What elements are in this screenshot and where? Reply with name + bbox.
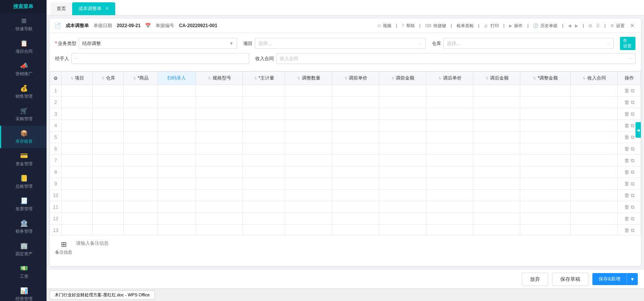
table-row[interactable]: 13🗑⧉ xyxy=(50,225,641,235)
form-row1-settings[interactable]: ⚙ 设置 xyxy=(620,37,635,50)
table-cell[interactable] xyxy=(379,155,426,166)
toolbar-history[interactable]: 🕐 历史单据 xyxy=(533,23,557,29)
table-row[interactable]: 6🗑⧉ xyxy=(50,143,641,155)
table-cell[interactable] xyxy=(520,120,570,131)
table-row[interactable]: 11🗑⧉ xyxy=(50,201,641,213)
table-cell[interactable] xyxy=(379,108,426,120)
table-cell[interactable] xyxy=(285,143,332,155)
table-cell[interactable] xyxy=(520,178,570,190)
table-cell[interactable] xyxy=(285,213,332,225)
delete-icon[interactable]: 🗑 xyxy=(624,134,629,140)
toolbar-review[interactable]: 检单质检 xyxy=(457,23,474,29)
copy-icon[interactable]: ⧉ xyxy=(631,134,634,140)
table-cell[interactable] xyxy=(158,213,196,225)
table-cell[interactable] xyxy=(285,155,332,166)
table-cell[interactable] xyxy=(92,213,123,225)
table-cell[interactable] xyxy=(570,143,617,155)
table-cell[interactable] xyxy=(426,155,473,166)
sort-arrows-project[interactable]: ⇅ xyxy=(71,76,74,80)
table-cell[interactable] xyxy=(332,108,379,120)
toolbar-settings[interactable]: ⚙ 设置 xyxy=(610,23,625,29)
table-cell[interactable] xyxy=(92,166,123,178)
table-cell[interactable] xyxy=(285,97,332,108)
toolbar-print[interactable]: 🖨 打印 xyxy=(484,23,499,29)
sort-arrows-before-amount[interactable]: ⇅ xyxy=(391,76,395,80)
table-cell[interactable] xyxy=(92,108,123,120)
table-cell[interactable] xyxy=(123,143,158,155)
table-cell[interactable] xyxy=(243,166,285,178)
table-cell[interactable] xyxy=(332,120,379,131)
discard-button[interactable]: 放弃 xyxy=(522,273,548,286)
table-cell[interactable] xyxy=(332,201,379,213)
save-new-button-group[interactable]: 保存&新增 ▼ xyxy=(592,273,638,285)
copy-icon[interactable]: ⧉ xyxy=(631,123,634,129)
table-cell[interactable] xyxy=(196,201,243,213)
table-cell[interactable] xyxy=(285,225,332,235)
table-cell[interactable] xyxy=(570,178,617,190)
table-cell[interactable] xyxy=(92,85,123,97)
table-cell[interactable] xyxy=(196,166,243,178)
table-cell[interactable] xyxy=(123,201,158,213)
calendar-icon[interactable]: 📅 xyxy=(145,23,151,28)
table-cell[interactable] xyxy=(285,120,332,131)
delete-icon[interactable]: 🗑 xyxy=(624,192,629,199)
table-cell[interactable] xyxy=(62,213,93,225)
table-cell[interactable] xyxy=(92,143,123,155)
table-cell[interactable] xyxy=(426,225,473,235)
table-cell[interactable] xyxy=(62,131,93,143)
table-cell[interactable] xyxy=(92,97,123,108)
table-cell[interactable] xyxy=(379,225,426,235)
copy-icon[interactable]: ⧉ xyxy=(631,99,634,106)
taskbar-item[interactable]: 木门行业好业财处理方案-墨红红.doc - WPS Office xyxy=(50,291,155,299)
table-cell[interactable] xyxy=(123,155,158,166)
tab-cost-adj[interactable]: 成本调整单 ✕ xyxy=(72,2,115,15)
table-cell[interactable] xyxy=(570,120,617,131)
table-cell[interactable] xyxy=(62,143,93,155)
table-row[interactable]: 12🗑⧉ xyxy=(50,213,641,225)
table-cell[interactable] xyxy=(379,131,426,143)
table-cell[interactable] xyxy=(379,190,426,201)
table-cell[interactable] xyxy=(332,131,379,143)
table-cell[interactable] xyxy=(243,131,285,143)
sidebar-item-invoice-mgmt[interactable]: 🧾 发票管理 xyxy=(0,193,47,216)
save-new-dropdown-icon[interactable]: ▼ xyxy=(627,274,638,285)
table-cell[interactable] xyxy=(473,143,520,155)
sort-arrows-spec[interactable]: ⇅ xyxy=(208,76,211,80)
table-cell[interactable] xyxy=(158,85,196,97)
nav-next-icon[interactable]: ▶ xyxy=(575,23,578,28)
table-cell[interactable] xyxy=(196,120,243,131)
delete-icon[interactable]: 🗑 xyxy=(624,216,629,222)
toolbar-view[interactable]: ⊙ 视频 xyxy=(377,23,391,29)
table-cell[interactable] xyxy=(196,108,243,120)
table-cell[interactable] xyxy=(62,85,93,97)
table-cell[interactable] xyxy=(473,97,520,108)
sort-arrows-after-price[interactable]: ⇅ xyxy=(438,76,441,80)
sidebar-item-sales-mgmt[interactable]: 💰 销售管理 xyxy=(0,81,47,103)
table-cell[interactable] xyxy=(285,190,332,201)
doc-close-button[interactable]: ✕ xyxy=(628,22,636,29)
table-cell[interactable] xyxy=(243,155,285,166)
save-draft-button[interactable]: 保存草稿 xyxy=(552,273,589,286)
income-contract-input[interactable]: 收入合同 ··· xyxy=(276,53,635,64)
table-cell[interactable] xyxy=(473,166,520,178)
table-cell[interactable] xyxy=(426,143,473,155)
table-cell[interactable] xyxy=(379,213,426,225)
table-row[interactable]: 9🗑⧉ xyxy=(50,178,641,190)
copy-icon[interactable]: ⧉ xyxy=(631,146,634,152)
table-cell[interactable] xyxy=(520,143,570,155)
table-cell[interactable] xyxy=(62,108,93,120)
table-cell[interactable] xyxy=(196,190,243,201)
table-cell[interactable] xyxy=(92,155,123,166)
table-cell[interactable] xyxy=(473,225,520,235)
table-cell[interactable] xyxy=(520,155,570,166)
delete-icon[interactable]: 🗑 xyxy=(624,181,629,187)
table-cell[interactable] xyxy=(243,97,285,108)
sort-arrows-adj-amount[interactable]: ⇅ xyxy=(533,76,536,80)
table-cell[interactable] xyxy=(379,97,426,108)
table-cell[interactable] xyxy=(158,120,196,131)
table-cell[interactable] xyxy=(158,131,196,143)
table-cell[interactable] xyxy=(520,85,570,97)
table-cell[interactable] xyxy=(196,131,243,143)
view-list-icon[interactable]: ☰ xyxy=(596,23,600,28)
table-cell[interactable] xyxy=(196,225,243,235)
